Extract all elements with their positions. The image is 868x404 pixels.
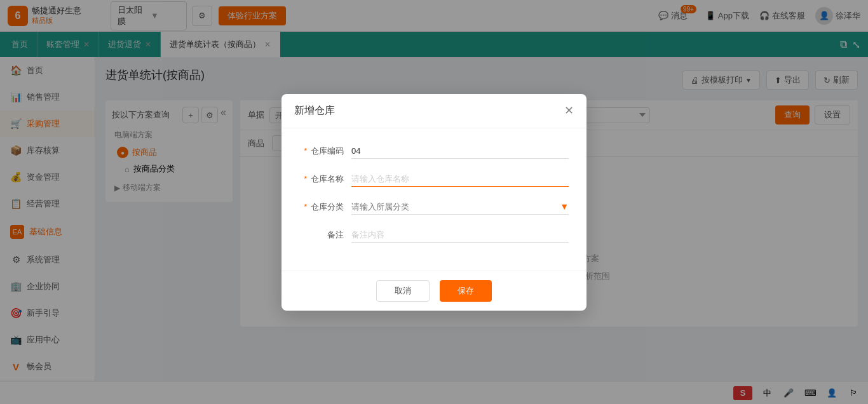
category-label: * 仓库分类 [299, 201, 344, 213]
form-row-code: * 仓库编码 [299, 144, 569, 159]
note-input[interactable] [351, 227, 569, 243]
dialog-header: 新增仓库 ✕ [281, 94, 587, 128]
warehouse-code-input[interactable] [351, 144, 569, 159]
category-required-mark: * [304, 202, 307, 212]
category-dropdown-arrow[interactable]: ▼ [560, 201, 569, 212]
name-required-mark: * [304, 174, 307, 184]
note-label: 备注 [299, 229, 344, 241]
dialog-title: 新增仓库 [294, 104, 335, 118]
form-row-name: * 仓库名称 [299, 172, 569, 187]
code-required-mark: * [304, 146, 307, 156]
new-warehouse-dialog: 新增仓库 ✕ * 仓库编码 * 仓库名称 [281, 94, 587, 311]
form-row-note: 备注 [299, 227, 569, 243]
code-label: * 仓库编码 [299, 145, 344, 157]
dialog-body: * 仓库编码 * 仓库名称 * 仓库分类 [281, 128, 587, 271]
form-row-category: * 仓库分类 ▼ [299, 199, 569, 215]
category-select-input[interactable] [351, 199, 560, 214]
warehouse-name-input[interactable] [351, 172, 569, 187]
name-label: * 仓库名称 [299, 173, 344, 185]
modal-overlay[interactable]: 新增仓库 ✕ * 仓库编码 * 仓库名称 [0, 0, 868, 404]
category-select-row: ▼ [351, 199, 569, 215]
cancel-button[interactable]: 取消 [376, 280, 430, 302]
save-button[interactable]: 保存 [440, 280, 492, 302]
dialog-footer: 取消 保存 [281, 271, 587, 311]
dialog-close-button[interactable]: ✕ [564, 105, 574, 116]
